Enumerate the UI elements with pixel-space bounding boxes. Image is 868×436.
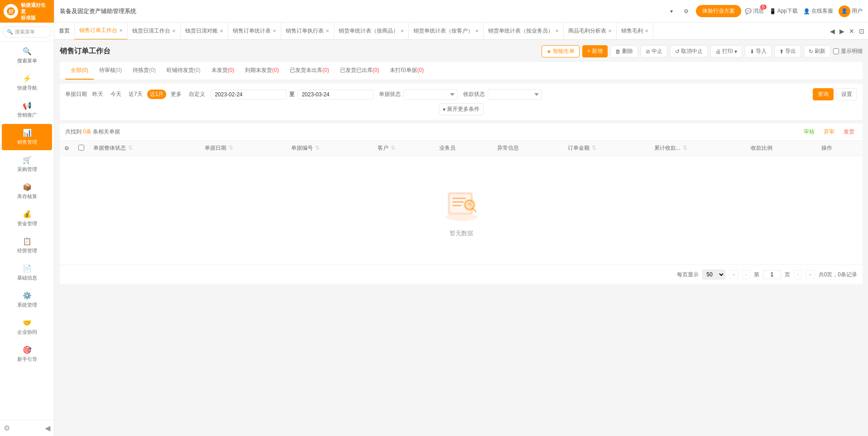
page-label: 第: [754, 271, 759, 279]
filter-tab-not-printed[interactable]: 未打印单据(0): [384, 62, 429, 80]
filter-tab-pending-review[interactable]: 待审核(0): [94, 62, 128, 80]
next-page-button[interactable]: ›: [794, 270, 802, 279]
date-to-input[interactable]: [297, 90, 374, 100]
filter-tab-not-shipped[interactable]: 未发货(0): [206, 62, 240, 80]
tab-next-button[interactable]: ▶: [838, 27, 846, 36]
delete-icon: 🗑: [615, 48, 621, 55]
user-button[interactable]: 👤 用户: [839, 5, 863, 17]
prev-page-button[interactable]: ‹: [742, 270, 750, 279]
tab-close-cash-reconcile[interactable]: ✕: [220, 28, 223, 33]
export-button[interactable]: ⬆ 导出: [774, 45, 801, 57]
refresh-button[interactable]: ↻ 刷新: [804, 45, 830, 57]
date-7days-btn[interactable]: 近7天: [126, 90, 145, 99]
tab-sales-exec[interactable]: 销售订单执行表✕: [281, 23, 334, 40]
sidebar-item-basic[interactable]: 📄基础信息: [2, 260, 52, 286]
tab-close-sales-he[interactable]: ✕: [645, 28, 648, 33]
stop-button[interactable]: ⊘ 中止: [641, 45, 667, 57]
sidebar-item-marketing[interactable]: 📢营销推广: [2, 97, 52, 123]
marketing-label: 营销推广: [17, 112, 37, 118]
filter-tab-all[interactable]: 全部(0): [65, 62, 94, 80]
tab-close-sales-stat-product[interactable]: ✕: [400, 28, 404, 33]
tab-cash-daily[interactable]: 钱货日清工作台✕: [128, 23, 181, 40]
svg-text:好: 好: [8, 9, 14, 14]
filter-tab-pending-inspect[interactable]: 待拣货(0): [127, 62, 161, 80]
filter-tab-shipped-not-out[interactable]: 已发货未出库(0): [284, 62, 335, 80]
select-all-checkbox[interactable]: [78, 145, 84, 151]
payment-select[interactable]: [488, 89, 542, 100]
settings-header-button[interactable]: ⚙: [680, 6, 692, 16]
date-today-btn[interactable]: 今天: [108, 90, 124, 99]
tab-cash-reconcile[interactable]: 钱货日清对账✕: [181, 23, 228, 40]
tab-close-gross-margin[interactable]: ✕: [608, 28, 612, 33]
sidebar-item-inventory[interactable]: 📦库存核算: [2, 178, 52, 204]
status-select[interactable]: [403, 89, 458, 100]
show-detail-checkbox[interactable]: [833, 48, 839, 54]
date-custom-btn[interactable]: 自定义: [186, 90, 208, 99]
tab-gross-margin[interactable]: 商品毛利分析表✕: [564, 23, 617, 40]
sidebar-item-enterprise[interactable]: 🤝企业协同: [2, 314, 52, 340]
page-input[interactable]: [763, 270, 781, 279]
first-page-button[interactable]: «: [729, 270, 739, 279]
print-button[interactable]: 🖨 打印 ▾: [710, 45, 742, 57]
dropdown-arrow-button[interactable]: ▾: [667, 6, 676, 16]
sidebar-item-guide[interactable]: 🎯新手引导: [2, 341, 52, 367]
sidebar-item-sales[interactable]: 📊销售管理: [2, 124, 52, 150]
date-more-btn[interactable]: 更多: [168, 90, 184, 99]
tab-maximize-button[interactable]: ⊡: [857, 27, 866, 36]
enterprise-icon: 🤝: [23, 318, 32, 327]
sidebar-collapse-button[interactable]: ◀: [45, 424, 50, 432]
smart-generate-button[interactable]: ★ 智能生单: [542, 45, 580, 57]
show-detail-checkbox-label[interactable]: 显示明细: [833, 47, 863, 55]
delete-button[interactable]: 🗑 删除: [610, 45, 638, 57]
import-button[interactable]: ⬇ 导入: [745, 45, 772, 57]
settings-search-button[interactable]: 设置: [836, 88, 857, 100]
sidebar-settings-button[interactable]: ⚙: [4, 424, 10, 432]
filter-tab-expired-not-shipped[interactable]: 到期未发货(0): [240, 62, 284, 80]
operations-label: 经营管理: [17, 247, 37, 254]
messages-button[interactable]: 💬 消息 6: [745, 7, 764, 15]
cancel-audit-button[interactable]: 弃审: [821, 127, 837, 137]
new-button[interactable]: + 新增: [582, 45, 608, 57]
sidebar-item-search[interactable]: 🔍搜索菜单: [2, 43, 52, 69]
ship-button[interactable]: 发货: [841, 127, 857, 137]
star-icon: ★: [547, 48, 551, 55]
tab-sales-stat-product[interactable]: 销货单统计表（按商品）✕: [334, 23, 409, 40]
expand-conditions-button[interactable]: ▾ 展开更多条件: [439, 103, 484, 115]
solution-button[interactable]: 体验行业方案: [696, 5, 741, 17]
tab-sales-he[interactable]: 销售毛利✕: [617, 23, 653, 40]
sidebar-item-quick-nav[interactable]: ⚡快捷导航: [2, 70, 52, 96]
date-from-input[interactable]: [211, 90, 287, 100]
tab-close-all-button[interactable]: ✕: [847, 27, 856, 36]
tab-close-sales-exec[interactable]: ✕: [326, 28, 329, 33]
tab-close-cash-daily[interactable]: ✕: [172, 28, 176, 33]
sidebar-item-finance[interactable]: 💰资金管理: [2, 205, 52, 232]
tab-home[interactable]: 首页: [54, 23, 75, 40]
tab-sales-workbench[interactable]: 销售订单工作台✕: [75, 23, 128, 40]
date-yesterday-btn[interactable]: 昨天: [90, 90, 106, 99]
tab-close-sales-stat-staff[interactable]: ✕: [555, 28, 559, 33]
tab-close-sales-stat-customer[interactable]: ✕: [475, 28, 479, 33]
audit-button[interactable]: 审核: [801, 127, 817, 137]
sidebar-item-operations[interactable]: 📋经营管理: [2, 232, 52, 259]
cancel-stop-button[interactable]: ↺ 取消中止: [670, 45, 708, 57]
tab-close-sales-stat[interactable]: ✕: [273, 28, 276, 33]
date-1month-btn[interactable]: 近1月: [147, 90, 167, 99]
online-service-button[interactable]: 👤 在线客服: [803, 7, 833, 15]
tab-sales-stat[interactable]: 销售订单统计表✕: [228, 23, 281, 40]
sidebar-item-system[interactable]: ⚙️系统管理: [2, 287, 52, 313]
sidebar-item-purchase[interactable]: 🛒采购管理: [2, 151, 52, 177]
finance-icon: 💰: [23, 210, 32, 218]
filter-tab-wangpu-pending[interactable]: 旺铺待发货(0): [161, 62, 206, 80]
avatar-icon: 👤: [841, 8, 848, 14]
tab-sales-stat-staff[interactable]: 销货单统计表（按业务员）✕: [484, 23, 564, 40]
last-page-button[interactable]: »: [806, 270, 815, 279]
search-menu-button[interactable]: 🔍 搜索菜单: [3, 26, 51, 38]
tab-prev-button[interactable]: ◀: [828, 27, 837, 36]
filter-tab-shipped-out[interactable]: 已发货已出库(0): [335, 62, 385, 80]
tab-close-sales-workbench[interactable]: ✕: [119, 28, 123, 33]
query-button[interactable]: 查询: [813, 88, 834, 100]
per-page-select[interactable]: 50 100 200: [702, 270, 725, 280]
app-download-button[interactable]: 📱 App下载: [769, 7, 798, 15]
empty-text: 暂无数据: [450, 229, 473, 237]
tab-sales-stat-customer[interactable]: 销货单统计表（按客户）✕: [409, 23, 484, 40]
